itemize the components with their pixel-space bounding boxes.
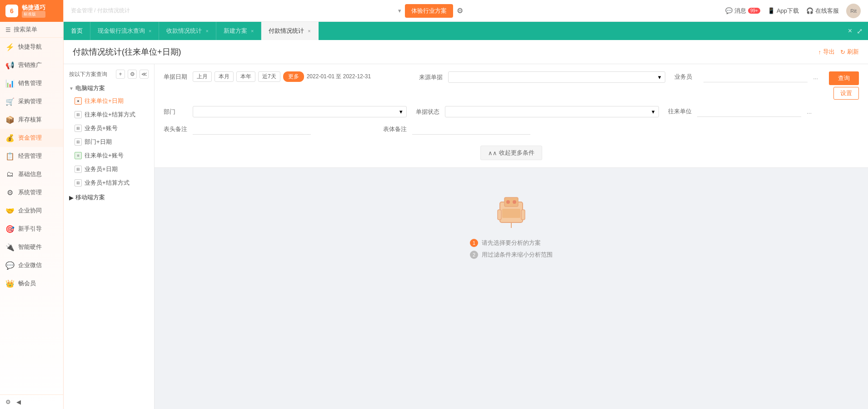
sidebar-item-wechat[interactable]: 💬 企业微信 bbox=[0, 256, 63, 274]
tab-home[interactable]: 首页 bbox=[64, 22, 90, 40]
sidebar-item-hardware[interactable]: 🔌 智能硬件 bbox=[0, 238, 63, 256]
inventory-icon: 📦 bbox=[5, 115, 15, 124]
app-download-button[interactable]: 📱 App下载 bbox=[768, 7, 799, 15]
scheme-item-label: 往来单位+账号 bbox=[85, 151, 124, 160]
tab-payment-close[interactable]: × bbox=[308, 28, 310, 34]
dept-select[interactable]: ▾ bbox=[193, 106, 407, 117]
date-btn-this-month[interactable]: 本月 bbox=[215, 71, 234, 82]
user-avatar[interactable]: Rit bbox=[846, 4, 861, 18]
app-edition: 标准版 bbox=[22, 11, 45, 18]
scheme-item-icon-normal2: ⊞ bbox=[75, 125, 82, 132]
sidebar-item-label: 智能硬件 bbox=[18, 243, 42, 251]
desktop-scheme-header[interactable]: ▼ 电脑端方案 bbox=[64, 82, 154, 94]
sidebar-item-purchase[interactable]: 🛒 采购管理 bbox=[0, 92, 63, 111]
empty-state: 1 请先选择要分析的方案 2 用过滤条件来缩小分析范围 bbox=[470, 186, 553, 259]
sidebar-item-quicknav[interactable]: ⚡ 快捷导航 bbox=[0, 38, 63, 56]
date-filter-group: 上月 本月 本年 近7天 更多 2022-01-01 至 2022-12-31 bbox=[193, 71, 371, 82]
sidebar-item-label: 经营管理 bbox=[18, 152, 42, 160]
date-btn-last-month[interactable]: 上月 bbox=[193, 71, 212, 82]
tab-payment-label: 付款情况统计 bbox=[269, 27, 304, 35]
tab-newplan[interactable]: 新建方案 × bbox=[216, 22, 261, 40]
sidebar-item-sales[interactable]: 📊 销售管理 bbox=[0, 74, 63, 92]
wechat-icon: 💬 bbox=[5, 261, 15, 270]
voucher-status-select[interactable]: ▾ bbox=[445, 106, 659, 117]
tab-newplan-close[interactable]: × bbox=[251, 28, 254, 34]
content-area: 按以下方案查询 + ⚙ ≪ ▼ 电脑端方案 ● bbox=[64, 64, 868, 409]
search-menu-item[interactable]: ☰ 搜索菜单 bbox=[0, 22, 63, 38]
page-header-actions: ↑ 导出 ↻ 刷新 bbox=[818, 48, 859, 56]
trial-button[interactable]: 体验行业方案 bbox=[405, 4, 453, 18]
scheme-item-label: 业务员+账号 bbox=[85, 124, 118, 132]
collapse-label: 收起更多条件 bbox=[499, 149, 534, 157]
tab-close-all-icon[interactable]: × bbox=[848, 27, 852, 35]
collapse-button[interactable]: ∧∧ 收起更多条件 bbox=[480, 146, 542, 160]
svg-point-3 bbox=[513, 200, 516, 204]
scheme-item-sales-account[interactable]: ⊞ 业务员+账号 bbox=[64, 121, 154, 135]
online-service-button[interactable]: 🎧 在线客服 bbox=[806, 7, 839, 15]
breadcrumb: 资金管理 / 付款情况统计 bbox=[71, 7, 393, 15]
sidebar-item-inventory[interactable]: 📦 库存核算 bbox=[0, 111, 63, 129]
header-settings-icon[interactable]: ⚙ bbox=[457, 6, 463, 15]
tip-text-2: 用过滤条件来缩小分析范围 bbox=[482, 251, 553, 259]
purchase-icon: 🛒 bbox=[5, 97, 15, 106]
date-btn-7days[interactable]: 近7天 bbox=[258, 71, 280, 82]
settings-button[interactable]: 设置 bbox=[833, 87, 859, 100]
tab-receipt-close[interactable]: × bbox=[205, 28, 208, 34]
scheme-item-sales-date[interactable]: ⊞ 业务员+日期 bbox=[64, 162, 154, 176]
tab-maximize-icon[interactable]: ⤢ bbox=[857, 27, 863, 35]
scheme-panel: 按以下方案查询 + ⚙ ≪ ▼ 电脑端方案 ● bbox=[64, 64, 155, 409]
source-select[interactable]: ▾ bbox=[448, 71, 665, 83]
scheme-item-unit-settle[interactable]: ⊞ 往来单位+结算方式 bbox=[64, 108, 154, 121]
sales-ellipsis[interactable]: ... bbox=[811, 72, 820, 82]
tab-receipt-label: 收款情况统计 bbox=[166, 27, 202, 35]
scheme-item-unit-date[interactable]: ● 往来单位+日期 bbox=[64, 94, 154, 108]
scheme-item-unit-account[interactable]: ≡ 往来单位+账号 bbox=[64, 149, 154, 162]
scheme-add-button[interactable]: + bbox=[116, 70, 125, 79]
dept-filter-label: 部门 bbox=[164, 108, 189, 116]
scheme-item-dept-date[interactable]: ⊞ 部门+日期 bbox=[64, 135, 154, 149]
sidebar-item-basicinfo[interactable]: 🗂 基础信息 bbox=[0, 165, 63, 183]
page-title: 付款情况统计(往来单位+日期) bbox=[73, 46, 181, 57]
tab-receipt[interactable]: 收款情况统计 × bbox=[159, 22, 216, 40]
partner-ellipsis[interactable]: ... bbox=[805, 106, 813, 117]
date-btn-this-year[interactable]: 本年 bbox=[236, 71, 255, 82]
svg-point-2 bbox=[506, 200, 510, 204]
sidebar-item-operations[interactable]: 📋 经营管理 bbox=[0, 147, 63, 165]
sidebar-item-enterprise[interactable]: 🤝 企业协同 bbox=[0, 202, 63, 220]
sidebar-item-guide[interactable]: 🎯 新手引导 bbox=[0, 220, 63, 238]
finance-icon: 💰 bbox=[5, 133, 15, 142]
mobile-scheme-header[interactable]: ▶ 移动端方案 bbox=[69, 193, 149, 202]
message-button[interactable]: 💬 消息 99+ bbox=[725, 7, 760, 15]
mobile-collapse-arrow: ▶ bbox=[69, 194, 74, 201]
sidebar-item-label: 畅会员 bbox=[18, 279, 36, 288]
refresh-button[interactable]: ↻ 刷新 bbox=[840, 48, 859, 56]
sidebar-item-finance[interactable]: 💰 资金管理 bbox=[0, 129, 63, 147]
scheme-collapse-button[interactable]: ≪ bbox=[140, 70, 149, 79]
tab-cashflow-close[interactable]: × bbox=[149, 28, 151, 34]
date-range-display: 2022-01-01 至 2022-12-31 bbox=[307, 73, 371, 81]
export-button[interactable]: ↑ 导出 bbox=[818, 48, 835, 56]
partner-input[interactable] bbox=[697, 106, 801, 117]
sidebar-settings-icon[interactable]: ⚙ bbox=[5, 399, 11, 405]
dropdown-arrow-icon[interactable]: ▾ bbox=[398, 7, 401, 14]
scheme-item-sales-settle[interactable]: ⊞ 业务员+结算方式 bbox=[64, 176, 154, 190]
sales-input[interactable] bbox=[703, 71, 808, 82]
sidebar-item-label: 企业协同 bbox=[18, 207, 42, 215]
app-name: 畅捷通巧 bbox=[22, 4, 45, 11]
source-select-arrow: ▾ bbox=[658, 74, 661, 81]
sidebar-collapse-icon[interactable]: ◀ bbox=[16, 399, 21, 405]
online-service-label: 在线客服 bbox=[815, 7, 839, 15]
scheme-settings-button[interactable]: ⚙ bbox=[128, 70, 137, 79]
tab-payment[interactable]: 付款情况统计 × bbox=[261, 22, 318, 40]
header-remark-input[interactable] bbox=[193, 124, 311, 135]
date-btn-more[interactable]: 更多 bbox=[283, 71, 304, 82]
marketing-icon: 📢 bbox=[5, 61, 15, 70]
query-button[interactable]: 查询 bbox=[829, 71, 859, 85]
filter-row-dept: 部门 ▾ 单据状态 bbox=[164, 106, 859, 117]
sidebar-item-marketing[interactable]: 📢 营销推广 bbox=[0, 56, 63, 74]
body-remark-input[interactable] bbox=[412, 124, 530, 135]
tab-cashflow[interactable]: 现金银行流水查询 × bbox=[90, 22, 159, 40]
sidebar-item-vip[interactable]: 👑 畅会员 bbox=[0, 274, 63, 293]
sidebar-item-system[interactable]: ⚙ 系统管理 bbox=[0, 183, 63, 202]
scheme-item-label: 业务员+日期 bbox=[85, 165, 118, 173]
